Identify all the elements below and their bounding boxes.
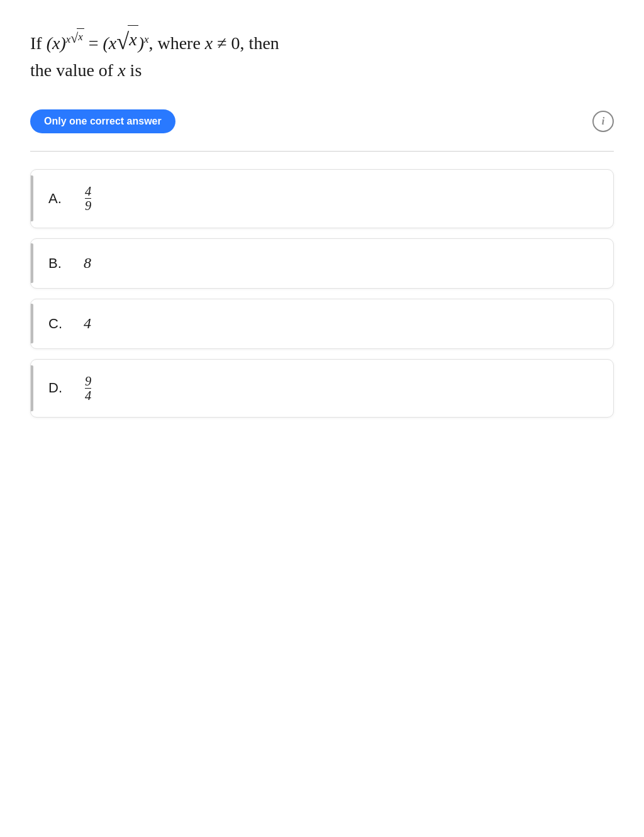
question-container: If (x)x√x = (x√x)x, where x ≠ 0, then th… [30,25,614,418]
option-b-value: 8 [84,255,91,272]
option-a-label: A. [48,191,69,207]
option-c[interactable]: C. 4 [30,299,614,349]
question-text: If (x)x√x = (x√x)x, where x ≠ 0, then th… [30,25,614,84]
badge-row: Only one correct answer i [30,109,614,133]
option-a[interactable]: A. 4 9 [30,169,614,228]
option-d-label: D. [48,380,69,396]
option-c-label: C. [48,316,69,332]
info-icon[interactable]: i [592,111,614,132]
option-a-value: 4 9 [84,185,92,213]
divider [30,151,614,152]
option-b-label: B. [48,255,69,272]
option-b[interactable]: B. 8 [30,238,614,289]
option-d[interactable]: D. 9 4 [30,359,614,418]
only-one-correct-badge: Only one correct answer [30,109,175,133]
options-list: A. 4 9 B. 8 C. 4 D. 9 4 [30,169,614,418]
option-c-value: 4 [84,315,91,332]
option-d-value: 9 4 [84,375,92,402]
